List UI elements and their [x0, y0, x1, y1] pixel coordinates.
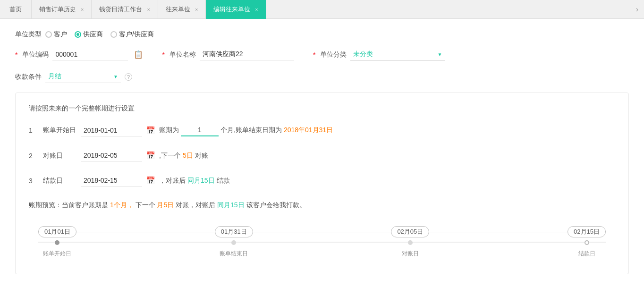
timeline: 01月01日 账单开始日 01月31日 账单结束日: [29, 221, 615, 262]
setting-row-1: 1 账单开始日 📅 账期为 个月,账单结束日期为 2018年01月31日: [29, 124, 615, 136]
row-3-num: 3: [29, 177, 43, 185]
radio-both-circle: [110, 31, 117, 38]
row-3-highlight: 同月15日: [187, 177, 215, 185]
tab-partners[interactable]: 往来单位 ×: [158, 0, 206, 19]
tab-cashier-close[interactable]: ×: [147, 7, 150, 12]
row-1-date: 📅: [81, 125, 155, 136]
tab-edit-partner[interactable]: 编辑往来单位 ×: [206, 0, 266, 19]
radio-customer-circle: [45, 31, 52, 38]
row-2-calendar-icon[interactable]: 📅: [146, 151, 155, 160]
category-arrow-icon: ▼: [437, 52, 442, 57]
row-3-date-input[interactable]: [81, 175, 142, 186]
row-3-prefix: ，对账后: [159, 177, 186, 185]
category-select[interactable]: 未分类 ▼: [350, 48, 445, 61]
timeline-items: 01月01日 账单开始日 01月31日 账单结束日: [38, 226, 606, 258]
radio-both[interactable]: 客户/供应商: [110, 30, 154, 39]
tab-bar: 首页 销售订单历史 × 钱货日清工作台 × 往来单位 × 编辑往来单位 × ›: [0, 0, 644, 19]
category-value: 未分类: [353, 50, 435, 59]
main-content: 单位类型 客户 供应商 客户/供应商 * 单位编码: [0, 19, 644, 287]
code-name-category-row: * 单位编码 📋 * 单位名称 * 单位分类 未分类 ▼: [15, 48, 629, 61]
timeline-date-2: 01月31日: [221, 228, 247, 235]
code-input[interactable]: [52, 49, 128, 60]
payment-select[interactable]: 月结 ▼: [45, 70, 121, 83]
timeline-badge-3: 02月05日: [391, 226, 429, 237]
row-1-suffix: 个月,账单结束日期为: [220, 126, 282, 135]
row-1-num: 1: [29, 127, 43, 134]
row-2-date-input[interactable]: [81, 150, 142, 161]
row-3-calendar-icon[interactable]: 📅: [146, 176, 155, 185]
name-item: * 单位名称: [162, 49, 294, 60]
tab-cashier-label: 钱货日清工作台: [99, 5, 142, 14]
row-1-label: 账单开始日: [43, 126, 81, 135]
tab-expand-button[interactable]: ›: [630, 5, 644, 14]
radio-supplier-circle: [75, 31, 81, 38]
row-2-num: 2: [29, 152, 43, 160]
preview-middle2: 对账，对账后: [176, 201, 215, 209]
category-item: * 单位分类 未分类 ▼: [313, 48, 445, 61]
row-2-suffix: 对账: [195, 152, 208, 160]
tab-cashier[interactable]: 钱货日清工作台 ×: [92, 0, 158, 19]
category-required: *: [313, 51, 315, 59]
row-1-calendar-icon[interactable]: 📅: [146, 126, 155, 135]
timeline-label-2: 账单结束日: [220, 250, 248, 258]
row-3-label: 结款日: [43, 177, 81, 185]
row-2-highlight: 5日: [183, 152, 193, 160]
name-input[interactable]: [200, 49, 294, 60]
preview-prefix: 账期预览：当前客户账期是: [29, 201, 108, 209]
code-copy-icon[interactable]: 📋: [134, 50, 143, 59]
tab-sales-history-close[interactable]: ×: [81, 7, 84, 12]
payment-help-icon[interactable]: ?: [125, 73, 132, 81]
payment-value: 月结: [48, 72, 111, 81]
payment-arrow-icon: ▼: [113, 74, 118, 79]
timeline-connector-3: [429, 233, 568, 233]
tab-edit-partner-close[interactable]: ×: [255, 7, 258, 12]
code-required: *: [15, 51, 17, 59]
name-required: *: [162, 51, 164, 59]
radio-customer[interactable]: 客户: [45, 30, 67, 39]
tab-home-label: 首页: [9, 5, 22, 14]
row-1-desc: 账期为 个月,账单结束日期为 2018年01月31日: [159, 124, 333, 136]
timeline-label-4: 结款日: [578, 250, 595, 258]
payment-label: 收款条件: [15, 73, 42, 81]
timeline-label-1: 账单开始日: [43, 250, 71, 258]
radio-supplier[interactable]: 供应商: [75, 30, 103, 39]
timeline-badge-4: 02月15日: [568, 226, 606, 237]
tab-sales-history-label: 销售订单历史: [39, 5, 76, 14]
row-3-desc: ，对账后 同月15日 结款: [159, 177, 230, 185]
tab-sales-history[interactable]: 销售订单历史 ×: [32, 0, 92, 19]
timeline-dot-3: [408, 240, 413, 245]
radio-both-label: 客户/供应商: [119, 30, 154, 39]
tab-partners-label: 往来单位: [166, 5, 190, 14]
timeline-item-4: 02月15日 结款日: [568, 226, 606, 258]
unit-type-radio-group: 客户 供应商 客户/供应商: [45, 30, 154, 39]
timeline-item-3: 02月05日 对账日: [391, 226, 429, 258]
timeline-dot-4: [585, 240, 589, 245]
row-1-date-input[interactable]: [81, 125, 142, 136]
row-3-date: 📅: [81, 175, 155, 186]
row-2-prefix: ,下一个: [159, 152, 181, 160]
preview-highlight1: 1个月，: [110, 201, 134, 209]
unit-type-label: 单位类型: [15, 30, 42, 39]
timeline-item-1: 01月01日 账单开始日: [38, 226, 76, 258]
timeline-date-1: 01月01日: [44, 228, 70, 235]
row-3-suffix: 结款: [217, 177, 230, 185]
settings-section: 请按照未来的一个完整帐期进行设置 1 账单开始日 📅 账期为 个月,账单结束日期…: [15, 93, 629, 274]
tab-home[interactable]: 首页: [0, 0, 32, 19]
tab-partners-close[interactable]: ×: [195, 7, 198, 12]
timeline-date-4: 02月15日: [574, 228, 600, 235]
unit-type-item: 单位类型 客户 供应商 客户/供应商: [15, 30, 154, 39]
preview-text: 账期预览：当前客户账期是 1个月， 下一个 月5日 对账，对账后 同月15日 该…: [29, 200, 615, 210]
preview-highlight2: 月5日: [157, 201, 174, 209]
payment-row: 收款条件 月结 ▼ ?: [15, 70, 629, 83]
period-input[interactable]: [181, 124, 219, 136]
timeline-label-3: 对账日: [402, 250, 419, 258]
preview-middle1: 下一个: [136, 201, 155, 209]
row-2-label: 对账日: [43, 152, 81, 160]
timeline-connector-1: [76, 233, 215, 233]
radio-customer-label: 客户: [54, 30, 67, 39]
timeline-date-3: 02月05日: [397, 228, 423, 235]
category-label: 单位分类: [320, 51, 347, 59]
payment-item: 收款条件 月结 ▼ ?: [15, 70, 132, 83]
setting-row-3: 3 结款日 📅 ，对账后 同月15日 结款: [29, 175, 615, 186]
radio-supplier-label: 供应商: [83, 30, 103, 39]
